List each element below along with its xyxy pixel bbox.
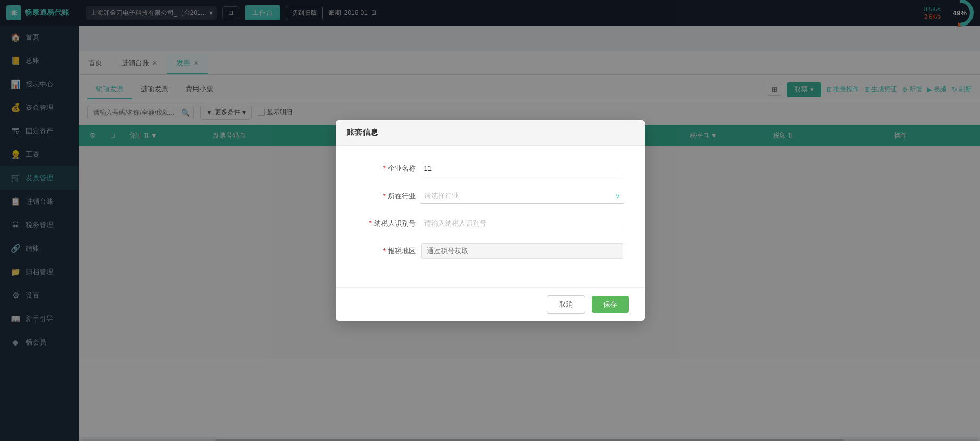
- form-row-tax-id: * 纳税人识别号: [357, 217, 623, 230]
- modal-body: * 企业名称 * 所在行业 请选择行业 ∨ * 纳: [336, 146, 645, 287]
- tax-region-label: * 报税地区: [357, 246, 421, 256]
- modal-title: 账套信息: [346, 127, 378, 137]
- account-info-modal: 账套信息 * 企业名称 * 所在行业 请选择行业 ∨: [336, 120, 645, 321]
- modal-footer: 取消 保存: [336, 287, 645, 321]
- cancel-button[interactable]: 取消: [547, 295, 585, 314]
- company-name-input[interactable]: [421, 162, 623, 175]
- form-row-industry: * 所在行业 请选择行业 ∨: [357, 188, 623, 204]
- industry-dropdown-icon: ∨: [615, 192, 620, 200]
- save-button[interactable]: 保存: [592, 296, 629, 313]
- industry-placeholder: 请选择行业: [424, 191, 615, 201]
- form-row-tax-region: * 报税地区: [357, 243, 623, 259]
- modal-header: 账套信息: [336, 120, 645, 146]
- tax-region-input: [421, 243, 623, 259]
- tax-id-input[interactable]: [421, 217, 623, 230]
- modal-overlay: 账套信息 * 企业名称 * 所在行业 请选择行业 ∨: [0, 0, 980, 441]
- form-row-company-name: * 企业名称: [357, 162, 623, 175]
- tax-id-label: * 纳税人识别号: [357, 219, 421, 228]
- company-name-label: * 企业名称: [357, 164, 421, 173]
- industry-select[interactable]: 请选择行业 ∨: [421, 188, 623, 204]
- industry-label: * 所在行业: [357, 191, 421, 201]
